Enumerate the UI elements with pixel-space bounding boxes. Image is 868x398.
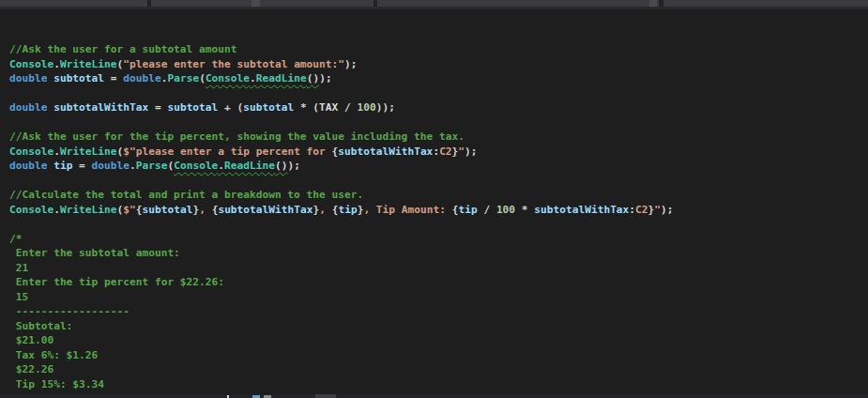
tab-separator-gap [147, 0, 151, 7]
code-token: . [53, 58, 60, 70]
code-token: = [72, 160, 91, 172]
code-token: Console [9, 58, 53, 70]
code-token: = [104, 72, 123, 84]
code-line [9, 115, 868, 130]
code-line: /* [9, 232, 868, 247]
code-line: 15 [9, 290, 868, 305]
code-token: () [307, 72, 319, 84]
code-token: subtotalWithTax [53, 101, 148, 114]
code-token: subtotal [243, 101, 294, 114]
code-line: //Ask the user for the tip percent, show… [9, 130, 868, 145]
code-token: / [478, 204, 496, 216]
code-token: 100 [358, 101, 376, 114]
code-token: Console [9, 145, 53, 158]
code-token: Enter the subtotal amount: [9, 247, 180, 259]
code-line: double subtotal = double.Parse(Console.R… [9, 71, 868, 86]
code-token: Console [174, 160, 218, 172]
code-token: Tax 6%: $1.26 [9, 349, 98, 361]
code-line: double tip = double.Parse(Console.ReadLi… [9, 159, 868, 174]
code-line: Console.WriteLine("please enter the subt… [9, 57, 868, 72]
code-line [9, 86, 868, 101]
code-token: , [319, 204, 331, 216]
code-token: $21.00 [9, 334, 53, 346]
tab-edge-notch [649, 0, 657, 7]
code-token: 100 [496, 204, 515, 216]
code-token: C2 [439, 145, 451, 158]
code-token: subtotalWithTax [534, 204, 629, 216]
code-line: $21.00 [9, 333, 868, 348]
code-token: $" [123, 145, 135, 158]
code-line: //Calculate the total and print a breakd… [9, 188, 868, 203]
code-token: //Ask the user for a subtotal amount [9, 43, 236, 55]
code-token: subtotal [143, 204, 193, 216]
code-token: ); [464, 145, 477, 158]
code-token: . [250, 72, 256, 84]
code-token: * [515, 204, 534, 216]
code-token: , Tip Amount: [363, 204, 451, 216]
code-token: double [123, 72, 160, 84]
code-token: tip [53, 160, 72, 172]
code-token: () [275, 160, 287, 172]
code-token: . [53, 145, 60, 158]
code-line: Subtotal: [9, 319, 868, 334]
code-token: + ( [218, 101, 243, 114]
code-line [9, 174, 868, 189]
code-line: Enter the subtotal amount: [9, 246, 868, 261]
code-token: double [9, 101, 53, 114]
code-token: double [9, 160, 53, 172]
code-token: please enter a tip percent for [136, 145, 332, 158]
code-token: ReadLine [256, 72, 307, 84]
code-token: Enter the tip percent for $22.26: [9, 276, 224, 288]
code-token: tip [338, 204, 357, 216]
code-token: $" [123, 204, 135, 216]
code-token: * ( [294, 101, 319, 114]
code-token: ); [319, 72, 331, 84]
code-token: //Ask the user for the tip percent, show… [9, 130, 464, 143]
code-editor-text-area[interactable]: //Ask the user for a subtotal amountCons… [0, 9, 868, 398]
code-token: . [129, 160, 136, 172]
code-line: Console.WriteLine($"please enter a tip p… [9, 145, 868, 160]
code-token: 21 [9, 262, 28, 274]
code-token: ------------------ [9, 305, 129, 317]
code-token: subtotalWithTax [338, 145, 433, 158]
code-token: C2 [635, 204, 647, 216]
code-editor-window: //Ask the user for a subtotal amountCons… [0, 0, 868, 398]
code-line: Console.WriteLine($"{subtotal}, {subtota… [9, 203, 868, 218]
code-line: double subtotalWithTax = subtotal + (sub… [9, 100, 868, 115]
code-token: , [199, 204, 211, 216]
code-token: ); [287, 160, 299, 172]
code-token: double [9, 72, 53, 84]
code-token: Tip 15%: $3.34 [9, 378, 104, 390]
code-token: { [136, 204, 143, 216]
code-token: / [338, 101, 357, 114]
code-token: ( [199, 72, 206, 84]
code-token: WriteLine [60, 58, 117, 70]
code-token: Console [9, 204, 53, 216]
tab-bar-bottom-edge [0, 0, 868, 7]
code-token: "please enter the subtotal amount:" [123, 58, 344, 70]
code-token: . [53, 204, 60, 216]
tab-separator-gap [373, 0, 377, 7]
code-token: tip [458, 204, 477, 216]
code-token: WriteLine [60, 204, 117, 216]
code-token: Parse [167, 72, 199, 84]
code-token: ); [661, 204, 673, 216]
tab-edge-notch [251, 0, 260, 7]
code-token: Parse [136, 160, 168, 172]
code-line: Enter the tip percent for $22.26: [9, 275, 868, 290]
code-token: $22.26 [9, 363, 53, 375]
code-token: WriteLine [60, 145, 117, 158]
code-token: subtotal [167, 101, 218, 114]
code-token: double [92, 160, 129, 172]
code-lines: //Ask the user for a subtotal amountCons… [9, 42, 868, 398]
code-line: Tip 15%: $3.34 [9, 377, 868, 392]
code-token: /* [9, 233, 22, 245]
code-token: ReadLine [224, 160, 275, 172]
code-line [9, 217, 868, 232]
code-line: $22.26 [9, 362, 868, 377]
code-token: Subtotal: [9, 320, 72, 332]
code-token: Console [206, 72, 250, 84]
code-line: ------------------ [9, 304, 868, 319]
code-token: ); [344, 58, 357, 70]
tab-separator-gap [659, 0, 663, 7]
